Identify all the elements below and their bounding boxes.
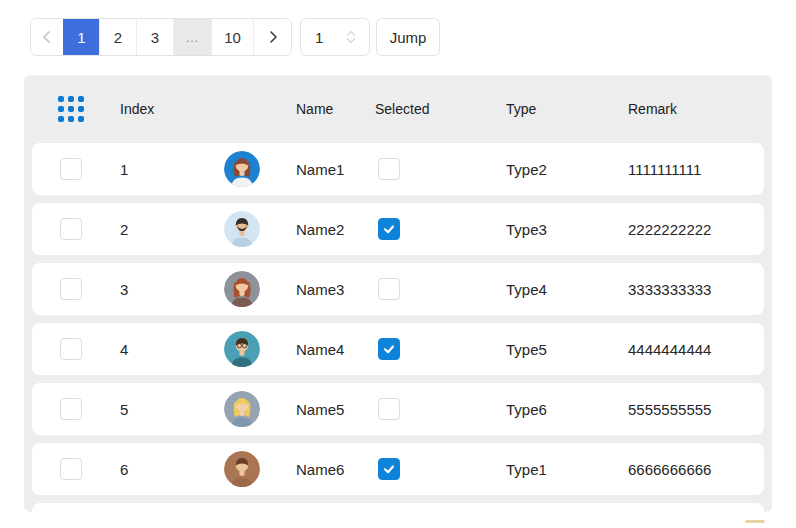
- row-select-checkbox[interactable]: [60, 278, 82, 300]
- selected-checkbox[interactable]: [378, 218, 400, 240]
- table-row-partial: [32, 503, 764, 512]
- row-select-checkbox[interactable]: [60, 338, 82, 360]
- selected-checkbox[interactable]: [378, 458, 400, 480]
- selected-checkbox[interactable]: [378, 338, 400, 360]
- watermark-line: [745, 520, 765, 523]
- cell-index: 2: [102, 221, 222, 238]
- page-button-3[interactable]: 3: [136, 19, 173, 55]
- page-jump-input[interactable]: 1: [300, 18, 370, 56]
- column-header-name: Name: [286, 101, 372, 117]
- cell-index: 4: [102, 341, 222, 358]
- cell-name: Name5: [286, 401, 372, 418]
- cell-name: Name4: [286, 341, 372, 358]
- page-button-10[interactable]: 10: [211, 19, 253, 55]
- chevron-left-icon: [38, 28, 56, 46]
- user-avatar-blonde-hair: [224, 391, 260, 427]
- table-row: 6 Name6 Type1 6666666666: [32, 443, 764, 495]
- pager: 1 2 3 … 10: [30, 18, 292, 56]
- cell-type: Type1: [504, 461, 626, 478]
- row-select-checkbox[interactable]: [60, 398, 82, 420]
- cell-index: 6: [102, 461, 222, 478]
- updown-spinner-icon[interactable]: [342, 28, 360, 46]
- cell-remark: 2222222222: [626, 221, 764, 238]
- selected-checkbox[interactable]: [378, 278, 400, 300]
- user-avatar-man-glasses: [224, 331, 260, 367]
- table-row: 4 Name4 Type5 4444444444: [32, 323, 764, 375]
- cell-index: 1: [102, 161, 222, 178]
- cell-remark: 5555555555: [626, 401, 764, 418]
- grid-dots-icon[interactable]: [58, 96, 84, 122]
- pagination-bar: 1 2 3 … 10 1 Jump: [30, 18, 440, 56]
- row-select-checkbox[interactable]: [60, 458, 82, 480]
- cell-name: Name1: [286, 161, 372, 178]
- cell-type: Type2: [504, 161, 626, 178]
- cell-index: 5: [102, 401, 222, 418]
- table-row: 5 Name5 Type6 5555555555: [32, 383, 764, 435]
- selected-checkbox[interactable]: [378, 398, 400, 420]
- next-page-button[interactable]: [253, 19, 291, 55]
- table-row: 3 Name3 Type4 3333333333: [32, 263, 764, 315]
- cell-type: Type4: [504, 281, 626, 298]
- cell-name: Name3: [286, 281, 372, 298]
- table-header: Index Name Selected Type Remark: [32, 83, 764, 143]
- prev-page-button[interactable]: [31, 19, 63, 55]
- page-ellipsis-button[interactable]: …: [173, 19, 211, 55]
- jump-button[interactable]: Jump: [376, 18, 440, 56]
- column-header-remark: Remark: [626, 101, 764, 117]
- cell-type: Type3: [504, 221, 626, 238]
- column-header-index: Index: [102, 101, 222, 117]
- cell-index: 3: [102, 281, 222, 298]
- user-avatar-man-beard: [224, 211, 260, 247]
- chevron-right-icon: [264, 28, 282, 46]
- column-header-type: Type: [504, 101, 626, 117]
- row-select-checkbox[interactable]: [60, 218, 82, 240]
- page-button-2[interactable]: 2: [99, 19, 136, 55]
- cell-remark: 1111111111: [626, 161, 764, 178]
- user-avatar-man-brown-hair: [224, 451, 260, 487]
- page-button-1[interactable]: 1: [63, 19, 99, 55]
- table-row: 1 Name1 Type2 1111111111: [32, 143, 764, 195]
- user-avatar-woman-short-brown-hair: [224, 151, 260, 187]
- cell-type: Type5: [504, 341, 626, 358]
- cell-remark: 3333333333: [626, 281, 764, 298]
- data-table: Index Name Selected Type Remark 1 Name1 …: [24, 75, 772, 512]
- cell-name: Name2: [286, 221, 372, 238]
- cell-type: Type6: [504, 401, 626, 418]
- cell-name: Name6: [286, 461, 372, 478]
- column-header-selected: Selected: [372, 101, 504, 117]
- cell-remark: 6666666666: [626, 461, 764, 478]
- selected-checkbox[interactable]: [378, 158, 400, 180]
- user-avatar-woman-long-auburn-hair: [224, 271, 260, 307]
- table-row: 2 Name2 Type3 2222222222: [32, 203, 764, 255]
- page-jump-value: 1: [315, 29, 323, 46]
- cell-remark: 4444444444: [626, 341, 764, 358]
- row-select-checkbox[interactable]: [60, 158, 82, 180]
